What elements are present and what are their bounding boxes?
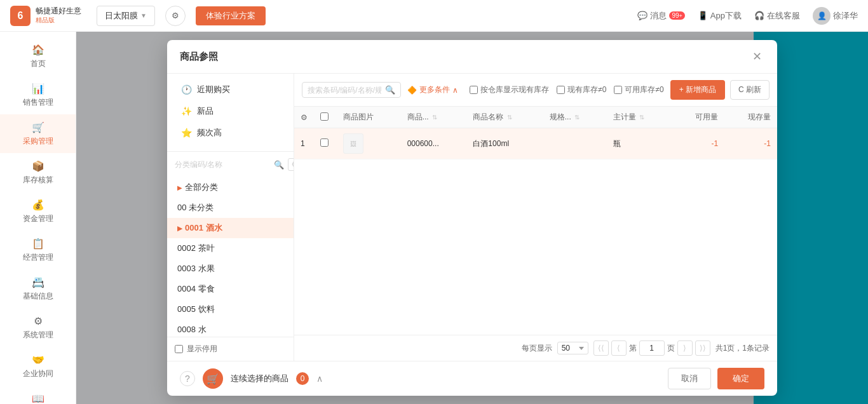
cart-button[interactable]: 🛒 xyxy=(203,368,223,389)
modal-header: 商品参照 ✕ xyxy=(167,40,777,74)
product-search-input[interactable] xyxy=(308,86,381,95)
cat-00[interactable]: 00 未分类 xyxy=(167,198,294,218)
product-thumbnail: 🖼 xyxy=(343,133,363,154)
cat-0001[interactable]: ▶ 0001 酒水 xyxy=(167,218,294,238)
table-settings-icon[interactable]: ⚙ xyxy=(301,113,308,122)
modal-sidebar-footer: 显示停用 xyxy=(167,337,294,361)
category-search-input[interactable] xyxy=(175,160,270,169)
help-button[interactable]: ? xyxy=(180,371,195,386)
sidebar-item-collab[interactable]: 🤝 企业协同 xyxy=(0,347,76,386)
service-icon: 🎧 xyxy=(754,11,764,20)
selected-count: 0 xyxy=(296,372,309,385)
col-available[interactable]: 可用量 xyxy=(672,107,724,128)
table-row[interactable]: 1 🖼 000600... 白酒100ml xyxy=(294,128,777,159)
check-nonzero-stock-input[interactable] xyxy=(557,86,565,94)
sidebar-label-management: 经营管理 xyxy=(23,252,53,263)
product-search-box: 🔍 xyxy=(302,82,401,98)
sidebar-item-basic-info[interactable]: 📇 基础信息 xyxy=(0,269,76,308)
check-available: 可用库存≠0 xyxy=(614,84,663,95)
show-disabled-label[interactable]: 显示停用 xyxy=(187,344,217,354)
cat-label-0003: 0003 水果 xyxy=(177,263,215,274)
new-label: 新品 xyxy=(197,105,214,117)
new-icon: ✨ xyxy=(181,106,192,116)
user-menu[interactable]: 👤 徐泽华 xyxy=(813,7,858,25)
new-product-button[interactable]: ✨ 新品 xyxy=(175,102,286,121)
prev-page-button[interactable]: ⟨ xyxy=(611,340,627,356)
cat-0004[interactable]: 0004 零食 xyxy=(167,279,294,299)
page-number-input[interactable] xyxy=(639,340,665,356)
cat-label-all: 全部分类 xyxy=(185,182,218,193)
online-service-button[interactable]: 🎧 在线客服 xyxy=(754,10,800,22)
cat-label-0002: 0002 茶叶 xyxy=(177,243,215,254)
select-all-checkbox[interactable] xyxy=(320,112,329,121)
first-page-button[interactable]: ⟨⟨ xyxy=(593,340,609,356)
avatar: 👤 xyxy=(813,7,831,25)
sort-unit-icon: ⇅ xyxy=(639,114,644,121)
product-table: ⚙ 商品图片 xyxy=(294,107,777,159)
sidebar-label-finance: 资金管理 xyxy=(23,213,53,224)
sidebar-item-management[interactable]: 📋 经营管理 xyxy=(0,231,76,269)
last-page-button[interactable]: ⟩⟩ xyxy=(695,340,710,356)
page-nav: ⟨⟨ ⟨ 第 页 ⟩ ⟩⟩ xyxy=(593,340,710,356)
sidebar-item-home[interactable]: 🏠 首页 xyxy=(0,37,76,76)
add-product-button[interactable]: + 新增商品 xyxy=(670,80,725,100)
filter-button[interactable]: 🔶 更多条件 ∧ xyxy=(407,84,458,95)
show-disabled-checkbox[interactable] xyxy=(175,345,183,353)
recent-purchase-button[interactable]: 🕐 近期购买 xyxy=(175,80,286,99)
messages-button[interactable]: 💬 消息 99+ xyxy=(637,10,684,22)
sidebar-label-sales: 销售管理 xyxy=(23,97,53,108)
cancel-button[interactable]: 取消 xyxy=(668,368,711,389)
modal-main: 🔍 🔶 更多条件 ∧ 按仓库显示现有库存 xyxy=(294,74,777,361)
sidebar-collapse-button[interactable]: 《 xyxy=(288,158,294,171)
modal-sidebar: 🕐 近期购买 ✨ 新品 ⭐ 频次高 xyxy=(167,74,294,361)
refresh-button[interactable]: C 刷新 xyxy=(730,80,770,100)
check-available-input[interactable] xyxy=(614,86,622,94)
company-dropdown[interactable]: 日太阳膜 ▼ xyxy=(97,6,155,26)
sidebar-item-guide[interactable]: 📖 新手引导 xyxy=(0,386,76,404)
toolbar-actions: + 新增商品 C 刷新 xyxy=(670,80,770,100)
trial-button[interactable]: 体验行业方案 xyxy=(196,6,266,25)
sidebar-item-inventory[interactable]: 📦 库存核算 xyxy=(0,153,76,192)
cat-label-0005: 0005 饮料 xyxy=(177,304,215,315)
confirm-button[interactable]: 确定 xyxy=(717,368,764,389)
footer-collapse-icon[interactable]: ∧ xyxy=(316,374,323,384)
col-code[interactable]: 商品... ⇅ xyxy=(401,107,467,128)
gear-button[interactable]: ⚙ xyxy=(165,6,186,26)
modal-close-button[interactable]: ✕ xyxy=(749,49,764,64)
filter-checks: 按仓库显示现有库存 现有库存≠0 可用库存≠0 xyxy=(470,84,664,95)
sidebar-label-basic-info: 基础信息 xyxy=(23,291,53,302)
app-download-button[interactable]: 📱 App下载 xyxy=(698,10,742,22)
row-num: 1 xyxy=(294,128,314,159)
col-name[interactable]: 商品名称 ⇅ xyxy=(466,107,543,128)
product-search-icon[interactable]: 🔍 xyxy=(385,85,395,95)
col-unit[interactable]: 主计量 ⇅ xyxy=(607,107,672,128)
category-search-icon[interactable]: 🔍 xyxy=(274,160,284,170)
message-icon: 💬 xyxy=(637,11,648,20)
company-name: 日太阳膜 xyxy=(105,10,138,22)
cat-0003[interactable]: 0003 水果 xyxy=(167,259,294,279)
sidebar-item-sales[interactable]: 📊 销售管理 xyxy=(0,76,76,114)
user-name: 徐泽华 xyxy=(833,10,858,22)
sidebar-label-system: 系统管理 xyxy=(23,330,53,340)
per-page-select[interactable]: 50 100 200 xyxy=(557,342,588,354)
cat-0008[interactable]: 0008 水 xyxy=(167,320,294,337)
frequent-icon: ⭐ xyxy=(181,128,192,138)
cat-0005[interactable]: 0005 饮料 xyxy=(167,299,294,320)
sidebar-item-finance[interactable]: 💰 资金管理 xyxy=(0,192,76,231)
frequent-button[interactable]: ⭐ 频次高 xyxy=(175,123,286,142)
sidebar: 🏠 首页 📊 销售管理 🛒 采购管理 📦 库存核算 💰 资金管理 📋 经营管理 … xyxy=(0,32,76,404)
sidebar-item-purchase[interactable]: 🛒 采购管理 xyxy=(0,114,76,153)
cat-0002[interactable]: 0002 茶叶 xyxy=(167,238,294,259)
next-page-button[interactable]: ⟩ xyxy=(677,340,693,356)
col-stock[interactable]: 现存量 xyxy=(724,107,777,128)
check-warehouse-input[interactable] xyxy=(470,86,478,94)
page-info: 共1页，1条记录 xyxy=(715,343,770,354)
sidebar-item-system[interactable]: ⚙ 系统管理 xyxy=(0,308,76,347)
modal-sidebar-top: 🕐 近期购买 ✨ 新品 ⭐ 频次高 xyxy=(167,74,294,149)
row-checkbox[interactable] xyxy=(320,138,329,147)
row-name: 白酒100ml xyxy=(466,128,543,159)
col-spec[interactable]: 规格... ⇅ xyxy=(543,107,607,128)
modal-footer: ? 🛒 连续选择的商品 0 ∧ 取消 确定 xyxy=(167,361,777,396)
logo-sub: 精品版 xyxy=(36,16,81,25)
cat-all[interactable]: ▶ 全部分类 xyxy=(167,177,294,198)
